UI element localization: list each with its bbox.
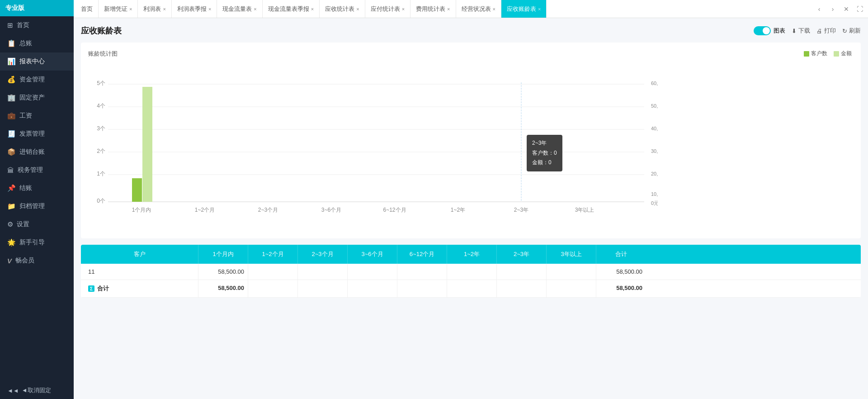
bar-customers-0 [132, 178, 142, 202]
tab-profit[interactable]: 利润表 × [138, 0, 171, 18]
sidebar-label-guide: 新手引导 [19, 238, 45, 247]
sidebar-item-home[interactable]: ⊞ 首页 [0, 16, 74, 34]
sidebar-item-vip[interactable]: V 畅会员 [0, 252, 74, 270]
td-m8-0 [547, 264, 596, 280]
total-icon: Σ [88, 285, 94, 292]
sidebar-label-reports: 报表中心 [19, 57, 45, 66]
tab-close-business[interactable]: × [493, 6, 495, 12]
page-header: 应收账龄表 图表 ⬇ 下载 🖨 打印 ↻ 刷新 [81, 25, 861, 36]
tab-prev-btn[interactable]: ‹ [813, 3, 826, 15]
svg-text:3年以上: 3年以上 [575, 207, 594, 213]
sidebar-item-assets[interactable]: 🏢 固定资产 [0, 89, 74, 107]
sidebar-label-inout: 进销台账 [19, 148, 45, 156]
tab-close-ap-stat[interactable]: × [402, 6, 405, 12]
tab-business[interactable]: 经营状况表 × [456, 0, 501, 18]
sidebar-item-closing[interactable]: 📌 结账 [0, 179, 74, 197]
download-btn[interactable]: ⬇ 下载 [792, 27, 810, 35]
tab-expense[interactable]: 费用统计表 × [410, 0, 456, 18]
tab-label-business: 经营状况表 [462, 5, 491, 13]
tab-close-btn[interactable]: ✕ [840, 3, 853, 15]
td-total-m5 [397, 280, 447, 297]
download-icon: ⬇ [792, 28, 797, 34]
bar-amount-0 [142, 87, 152, 202]
app-logo: 专业版 [0, 0, 74, 16]
table-total-row: Σ 合计 58,500.00 58,500.00 [81, 280, 861, 298]
tab-bar: 首页 新增凭证 × 利润表 × 利润表季报 × 现金流量表 × 现金流量表季报 … [74, 0, 868, 18]
sidebar-item-ledger[interactable]: 📋 总账 [0, 34, 74, 52]
refresh-btn[interactable]: ↻ 刷新 [842, 27, 861, 35]
tab-maximize-btn[interactable]: ⛶ [854, 3, 866, 15]
sidebar-item-reports[interactable]: 📊 报表中心 [0, 52, 74, 71]
print-btn[interactable]: 🖨 打印 [816, 27, 836, 35]
tab-ar-stat[interactable]: 应收统计表 × [320, 0, 365, 18]
tab-close-voucher[interactable]: × [129, 6, 132, 12]
sidebar-item-funds[interactable]: 💰 资金管理 [0, 71, 74, 89]
sidebar-item-salary[interactable]: 💼 工资 [0, 107, 74, 125]
tab-close-cashflow[interactable]: × [254, 6, 256, 12]
tab-home[interactable]: 首页 [75, 0, 99, 18]
tab-close-cashflow-q[interactable]: × [311, 6, 314, 12]
svg-text:1个: 1个 [97, 171, 105, 177]
sidebar-label-tax: 税务管理 [18, 166, 43, 174]
td-m4-0 [348, 264, 397, 280]
svg-text:0个: 0个 [97, 198, 105, 204]
legend-amount-label: 金额 [841, 50, 852, 57]
svg-text:20,000.00元: 20,000.00元 [651, 171, 658, 176]
tab-close-ar-stat[interactable]: × [356, 6, 359, 12]
tab-profit-q[interactable]: 利润表季报 × [172, 0, 217, 18]
page-content: 应收账龄表 图表 ⬇ 下载 🖨 打印 ↻ 刷新 [74, 18, 868, 399]
td-m7-0 [497, 264, 547, 280]
closing-icon: 📌 [7, 184, 16, 192]
tab-ap-stat[interactable]: 应付统计表 × [365, 0, 410, 18]
td-m6-0 [447, 264, 497, 280]
legend-customers: 客户数 [804, 50, 827, 57]
tab-next-btn[interactable]: › [826, 3, 839, 15]
sidebar-label-invoice: 发票管理 [19, 130, 45, 138]
legend-amount-dot [834, 51, 839, 57]
chart-toggle-wrap[interactable]: 图表 [754, 26, 785, 35]
tab-close-profit[interactable]: × [163, 6, 165, 12]
sidebar-item-invoice[interactable]: 🧾 发票管理 [0, 125, 74, 143]
tax-icon: 🏛 [7, 166, 14, 174]
funds-icon: 💰 [7, 76, 16, 84]
td-m3-0 [298, 264, 348, 280]
salary-icon: 💼 [7, 112, 16, 120]
td-total-label: Σ 合计 [81, 280, 198, 297]
table-row: 11 58,500.00 58,500.00 [81, 264, 861, 280]
tab-label-voucher: 新增凭证 [104, 5, 127, 13]
th-m3: 2~3个月 [298, 245, 348, 264]
chart-area: 账龄统计图 客户数 金额 5个 4个 3个 2个 1个 [81, 43, 861, 238]
svg-text:10,000.00元: 10,000.00元 [651, 191, 658, 197]
legend-amount: 金额 [834, 50, 852, 57]
sidebar: 专业版 ⊞ 首页 📋 总账 📊 报表中心 💰 资金管理 🏢 固定资产 💼 工资 … [0, 0, 74, 399]
th-customer: 客户 [81, 245, 198, 264]
tab-cashflow-q[interactable]: 现金流量表季报 × [263, 0, 320, 18]
chart-toggle-label: 图表 [774, 27, 785, 35]
tab-close-ar-aging[interactable]: × [538, 6, 541, 12]
sidebar-item-archive[interactable]: 📁 归档管理 [0, 197, 74, 215]
sidebar-item-inout[interactable]: 📦 进销台账 [0, 143, 74, 161]
tab-label-ar-aging: 应收账龄表 [507, 5, 536, 13]
sidebar-unpin-btn[interactable]: ◄◄ ◄取消固定 [0, 382, 74, 399]
tab-ar-aging[interactable]: 应收账龄表 × [501, 0, 547, 18]
tab-label-home: 首页 [81, 5, 93, 13]
sidebar-item-guide[interactable]: 🌟 新手引导 [0, 233, 74, 252]
tab-close-profit-q[interactable]: × [208, 6, 211, 12]
tab-cashflow[interactable]: 现金流量表 × [217, 0, 262, 18]
th-m6: 1~2年 [447, 245, 497, 264]
td-total-0: 58,500.00 [596, 264, 646, 280]
sidebar-item-settings[interactable]: ⚙ 设置 [0, 215, 74, 233]
chart-toggle[interactable] [754, 26, 771, 35]
th-m7: 2~3年 [497, 245, 547, 264]
sidebar-label-assets: 固定资产 [19, 94, 45, 102]
tab-voucher[interactable]: 新增凭证 × [99, 0, 138, 18]
sidebar-item-tax[interactable]: 🏛 税务管理 [0, 161, 74, 179]
tab-close-expense[interactable]: × [447, 6, 450, 12]
th-m2: 1~2个月 [248, 245, 298, 264]
td-total-m6 [447, 280, 497, 297]
page-title: 应收账龄表 [81, 25, 122, 36]
chart-svg-wrap: 5个 4个 3个 2个 1个 0个 60,000.00元 50,000.00元 … [88, 62, 854, 231]
svg-text:4个: 4个 [97, 103, 105, 109]
table-header: 客户 1个月内 1~2个月 2~3个月 3~6个月 6~12个月 1~2年 2~… [81, 245, 861, 264]
th-m5: 6~12个月 [397, 245, 447, 264]
